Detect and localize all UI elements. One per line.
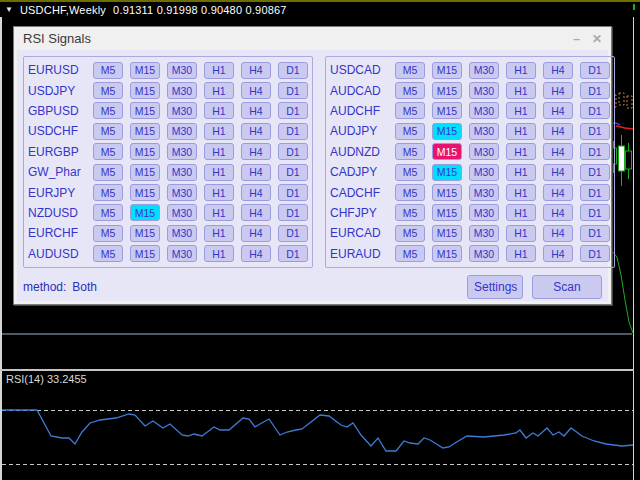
- tf-button-nzdusd-d1[interactable]: D1: [278, 204, 308, 221]
- tf-button-audchf-m5[interactable]: M5: [395, 102, 425, 119]
- tf-button-audcad-h4[interactable]: H4: [543, 82, 573, 99]
- tf-button-usdchf-d1[interactable]: D1: [278, 123, 308, 140]
- tf-button-eurcad-m30[interactable]: M30: [469, 225, 499, 242]
- tf-button-usdcad-h4[interactable]: H4: [543, 62, 573, 79]
- tf-button-chfjpy-m5[interactable]: M5: [395, 204, 425, 221]
- tf-button-audnzd-d1[interactable]: D1: [580, 143, 610, 160]
- tf-button-cadchf-m30[interactable]: M30: [469, 184, 499, 201]
- tf-button-euraud-d1[interactable]: D1: [580, 245, 610, 262]
- tf-button-gw_phar-m15[interactable]: M15: [130, 164, 160, 181]
- tf-button-audjpy-m30[interactable]: M30: [469, 123, 499, 140]
- tf-button-chfjpy-m15[interactable]: M15: [432, 204, 462, 221]
- tf-button-audcad-m5[interactable]: M5: [395, 82, 425, 99]
- tf-button-eurchf-d1[interactable]: D1: [278, 225, 308, 242]
- tf-button-eurgbp-m30[interactable]: M30: [167, 143, 197, 160]
- tf-button-audchf-d1[interactable]: D1: [580, 102, 610, 119]
- tf-button-eurusd-d1[interactable]: D1: [278, 62, 308, 79]
- tf-button-euraud-m30[interactable]: M30: [469, 245, 499, 262]
- settings-button[interactable]: Settings: [467, 275, 523, 299]
- tf-button-audnzd-h4[interactable]: H4: [543, 143, 573, 160]
- tf-button-eurjpy-h1[interactable]: H1: [204, 184, 234, 201]
- tf-button-eurusd-m15[interactable]: M15: [130, 62, 160, 79]
- tf-button-eurcad-h4[interactable]: H4: [543, 225, 573, 242]
- tf-button-cadchf-h1[interactable]: H1: [506, 184, 536, 201]
- tf-button-audcad-m15[interactable]: M15: [432, 82, 462, 99]
- tf-button-gbpusd-h4[interactable]: H4: [241, 102, 271, 119]
- tf-button-usdchf-m30[interactable]: M30: [167, 123, 197, 140]
- tf-button-eurjpy-m15[interactable]: M15: [130, 184, 160, 201]
- tf-button-eurchf-m15[interactable]: M15: [130, 225, 160, 242]
- tf-button-eurchf-h4[interactable]: H4: [241, 225, 271, 242]
- tf-button-gw_phar-d1[interactable]: D1: [278, 164, 308, 181]
- tf-button-audjpy-m5[interactable]: M5: [395, 123, 425, 140]
- tf-button-eurusd-m30[interactable]: M30: [167, 62, 197, 79]
- tf-button-gw_phar-m30[interactable]: M30: [167, 164, 197, 181]
- tf-button-nzdusd-m15[interactable]: M15: [130, 204, 160, 221]
- tf-button-eurgbp-h1[interactable]: H1: [204, 143, 234, 160]
- tf-button-audchf-h1[interactable]: H1: [506, 102, 536, 119]
- tf-button-usdcad-m15[interactable]: M15: [432, 62, 462, 79]
- tf-button-eurusd-h1[interactable]: H1: [204, 62, 234, 79]
- tf-button-eurgbp-m15[interactable]: M15: [130, 143, 160, 160]
- tf-button-usdcad-h1[interactable]: H1: [506, 62, 536, 79]
- tf-button-eurcad-m15[interactable]: M15: [432, 225, 462, 242]
- tf-button-audnzd-m5[interactable]: M5: [395, 143, 425, 160]
- tf-button-usdchf-h4[interactable]: H4: [241, 123, 271, 140]
- tf-button-chfjpy-m30[interactable]: M30: [469, 204, 499, 221]
- tf-button-usdchf-m5[interactable]: M5: [93, 123, 123, 140]
- chart-dropdown-icon[interactable]: ▼: [5, 6, 13, 14]
- tf-button-usdjpy-h4[interactable]: H4: [241, 82, 271, 99]
- tf-button-audjpy-h1[interactable]: H1: [506, 123, 536, 140]
- tf-button-euraud-m5[interactable]: M5: [395, 245, 425, 262]
- tf-button-audjpy-m15[interactable]: M15: [432, 123, 462, 140]
- tf-button-audcad-m30[interactable]: M30: [469, 82, 499, 99]
- tf-button-gw_phar-h1[interactable]: H1: [204, 164, 234, 181]
- tf-button-cadchf-m5[interactable]: M5: [395, 184, 425, 201]
- tf-button-nzdusd-m5[interactable]: M5: [93, 204, 123, 221]
- tf-button-cadjpy-m30[interactable]: M30: [469, 164, 499, 181]
- tf-button-cadjpy-h1[interactable]: H1: [506, 164, 536, 181]
- tf-button-gw_phar-h4[interactable]: H4: [241, 164, 271, 181]
- tf-button-gbpusd-d1[interactable]: D1: [278, 102, 308, 119]
- tf-button-cadjpy-m5[interactable]: M5: [395, 164, 425, 181]
- tf-button-euraud-h1[interactable]: H1: [506, 245, 536, 262]
- tf-button-eurjpy-h4[interactable]: H4: [241, 184, 271, 201]
- tf-button-cadchf-d1[interactable]: D1: [580, 184, 610, 201]
- tf-button-eurcad-h1[interactable]: H1: [506, 225, 536, 242]
- tf-button-cadjpy-m15[interactable]: M15: [432, 164, 462, 181]
- tf-button-gbpusd-m15[interactable]: M15: [130, 102, 160, 119]
- tf-button-chfjpy-d1[interactable]: D1: [580, 204, 610, 221]
- tf-button-usdjpy-h1[interactable]: H1: [204, 82, 234, 99]
- tf-button-gbpusd-m5[interactable]: M5: [93, 102, 123, 119]
- tf-button-cadjpy-d1[interactable]: D1: [580, 164, 610, 181]
- tf-button-eurcad-d1[interactable]: D1: [580, 225, 610, 242]
- tf-button-nzdusd-h4[interactable]: H4: [241, 204, 271, 221]
- tf-button-usdchf-m15[interactable]: M15: [130, 123, 160, 140]
- tf-button-nzdusd-h1[interactable]: H1: [204, 204, 234, 221]
- tf-button-eurusd-h4[interactable]: H4: [241, 62, 271, 79]
- tf-button-euraud-h4[interactable]: H4: [543, 245, 573, 262]
- tf-button-usdjpy-m30[interactable]: M30: [167, 82, 197, 99]
- tf-button-eurjpy-d1[interactable]: D1: [278, 184, 308, 201]
- tf-button-usdcad-m5[interactable]: M5: [395, 62, 425, 79]
- minimize-icon[interactable]: –: [573, 33, 580, 45]
- tf-button-audusd-m5[interactable]: M5: [93, 245, 123, 262]
- tf-button-eurjpy-m5[interactable]: M5: [93, 184, 123, 201]
- tf-button-eurgbp-d1[interactable]: D1: [278, 143, 308, 160]
- tf-button-audnzd-m15[interactable]: M15: [432, 143, 462, 160]
- tf-button-audnzd-m30[interactable]: M30: [469, 143, 499, 160]
- tf-button-audchf-m15[interactable]: M15: [432, 102, 462, 119]
- tf-button-audusd-m15[interactable]: M15: [130, 245, 160, 262]
- tf-button-usdchf-h1[interactable]: H1: [204, 123, 234, 140]
- tf-button-eurchf-m30[interactable]: M30: [167, 225, 197, 242]
- tf-button-eurchf-m5[interactable]: M5: [93, 225, 123, 242]
- tf-button-audusd-h4[interactable]: H4: [241, 245, 271, 262]
- tf-button-chfjpy-h1[interactable]: H1: [506, 204, 536, 221]
- panel-title-bar[interactable]: RSI Signals – ✕: [14, 27, 611, 50]
- tf-button-audchf-h4[interactable]: H4: [543, 102, 573, 119]
- tf-button-usdjpy-d1[interactable]: D1: [278, 82, 308, 99]
- tf-button-gbpusd-m30[interactable]: M30: [167, 102, 197, 119]
- tf-button-eurchf-h1[interactable]: H1: [204, 225, 234, 242]
- tf-button-audcad-h1[interactable]: H1: [506, 82, 536, 99]
- tf-button-audnzd-h1[interactable]: H1: [506, 143, 536, 160]
